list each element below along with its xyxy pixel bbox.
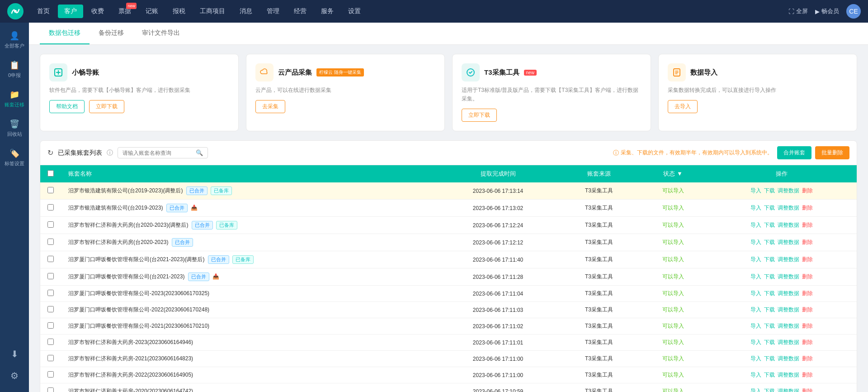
action-调整数据[interactable]: 调整数据 xyxy=(778,355,799,362)
select-all-checkbox[interactable] xyxy=(47,170,54,177)
action-删除[interactable]: 删除 xyxy=(802,222,813,228)
row-checkbox[interactable] xyxy=(47,204,54,210)
action-导入[interactable]: 导入 xyxy=(750,205,761,211)
search-input[interactable] xyxy=(123,150,193,156)
sidebar-item-recycle[interactable]: 🗑️ 回收站 xyxy=(1,115,28,142)
row-checkbox[interactable] xyxy=(47,339,54,345)
t3-download-btn[interactable]: 立即下载 xyxy=(462,109,497,122)
col-status[interactable]: 状态 ▼ xyxy=(639,165,707,182)
action-导入[interactable]: 导入 xyxy=(750,339,761,345)
nav-customer[interactable]: 客户 xyxy=(58,5,83,18)
action-下载[interactable]: 下载 xyxy=(764,388,775,392)
merge-accounts-btn[interactable]: 合并账套 xyxy=(777,146,811,159)
settings-icon[interactable]: ⚙ xyxy=(7,367,22,385)
action-下载[interactable]: 下载 xyxy=(764,339,775,345)
action-删除[interactable]: 删除 xyxy=(802,372,813,378)
action-下载[interactable]: 下载 xyxy=(764,222,775,228)
action-下载[interactable]: 下载 xyxy=(764,290,775,296)
action-删除[interactable]: 删除 xyxy=(802,273,813,280)
action-删除[interactable]: 删除 xyxy=(802,388,813,392)
row-checkbox[interactable] xyxy=(47,322,54,329)
refresh-icon[interactable]: ↻ xyxy=(47,148,53,157)
action-下载[interactable]: 下载 xyxy=(764,323,775,329)
action-下载[interactable]: 下载 xyxy=(764,256,775,263)
action-调整数据[interactable]: 调整数据 xyxy=(778,239,799,245)
action-调整数据[interactable]: 调整数据 xyxy=(778,256,799,263)
tab-backup-migration[interactable]: 备份迁移 xyxy=(90,23,133,44)
nav-business[interactable]: 工商项目 xyxy=(193,5,231,18)
action-导入[interactable]: 导入 xyxy=(750,222,761,228)
action-导入[interactable]: 导入 xyxy=(750,355,761,362)
action-调整数据[interactable]: 调整数据 xyxy=(778,372,799,378)
nav-bookkeeping[interactable]: 记账 xyxy=(139,5,165,18)
sidebar-item-zero-declare[interactable]: 📋 0申报 xyxy=(1,56,28,83)
nav-manage[interactable]: 管理 xyxy=(260,5,286,18)
action-删除[interactable]: 删除 xyxy=(802,239,813,245)
row-checkbox[interactable] xyxy=(47,387,54,392)
sidebar-item-account-migrate[interactable]: 📁 账套迁移 xyxy=(1,85,28,113)
sidebar-item-all-customers[interactable]: 👤 全部客户 xyxy=(1,26,28,54)
nav-invoice[interactable]: 票据 new xyxy=(112,5,137,18)
action-调整数据[interactable]: 调整数据 xyxy=(778,205,799,211)
action-调整数据[interactable]: 调整数据 xyxy=(778,222,799,228)
action-下载[interactable]: 下载 xyxy=(764,187,775,194)
tab-data-migration[interactable]: 数据包迁移 xyxy=(40,23,90,44)
action-调整数据[interactable]: 调整数据 xyxy=(778,273,799,280)
nav-message[interactable]: 消息 xyxy=(233,5,259,18)
nav-settings[interactable]: 设置 xyxy=(342,5,367,18)
tab-audit-export[interactable]: 审计文件导出 xyxy=(133,23,189,44)
action-删除[interactable]: 删除 xyxy=(802,339,813,345)
action-删除[interactable]: 删除 xyxy=(802,355,813,362)
action-下载[interactable]: 下载 xyxy=(764,372,775,378)
fullscreen-button[interactable]: ⛶ 全屏 xyxy=(788,7,808,15)
action-删除[interactable]: 删除 xyxy=(802,306,813,313)
row-checkbox[interactable] xyxy=(47,187,54,193)
sidebar-item-tag-settings[interactable]: 🏷️ 标签设置 xyxy=(1,144,28,172)
cloud-collect-btn[interactable]: 去采集 xyxy=(255,100,285,113)
row-checkbox[interactable] xyxy=(47,355,54,361)
row-checkbox[interactable] xyxy=(47,290,54,296)
action-导入[interactable]: 导入 xyxy=(750,239,761,245)
action-导入[interactable]: 导入 xyxy=(750,388,761,392)
batch-delete-btn[interactable]: 批量删除 xyxy=(815,146,849,159)
action-调整数据[interactable]: 调整数据 xyxy=(778,388,799,392)
row-checkbox[interactable] xyxy=(47,371,54,378)
row-checkbox[interactable] xyxy=(47,221,54,228)
action-导入[interactable]: 导入 xyxy=(750,306,761,313)
action-下载[interactable]: 下载 xyxy=(764,306,775,313)
action-下载[interactable]: 下载 xyxy=(764,273,775,280)
xiao-chang-help-btn[interactable]: 帮助文档 xyxy=(49,100,85,113)
action-删除[interactable]: 删除 xyxy=(802,205,813,211)
nav-home[interactable]: 首页 xyxy=(31,5,56,18)
nav-service[interactable]: 服务 xyxy=(315,5,340,18)
action-导入[interactable]: 导入 xyxy=(750,187,761,194)
action-调整数据[interactable]: 调整数据 xyxy=(778,339,799,345)
row-checkbox[interactable] xyxy=(47,256,54,262)
action-下载[interactable]: 下载 xyxy=(764,205,775,211)
action-调整数据[interactable]: 调整数据 xyxy=(778,323,799,329)
action-导入[interactable]: 导入 xyxy=(750,290,761,296)
action-导入[interactable]: 导入 xyxy=(750,372,761,378)
action-下载[interactable]: 下载 xyxy=(764,239,775,245)
action-下载[interactable]: 下载 xyxy=(764,355,775,362)
action-调整数据[interactable]: 调整数据 xyxy=(778,306,799,313)
import-file-icon[interactable]: 📥 xyxy=(212,273,219,280)
nav-fee[interactable]: 收费 xyxy=(85,5,110,18)
help-icon[interactable]: ⓘ xyxy=(107,149,113,157)
search-submit-icon[interactable]: 🔍 xyxy=(196,149,203,156)
row-checkbox[interactable] xyxy=(47,306,54,312)
action-调整数据[interactable]: 调整数据 xyxy=(778,187,799,194)
download-icon[interactable]: ⬇ xyxy=(7,345,22,363)
action-删除[interactable]: 删除 xyxy=(802,323,813,329)
member-button[interactable]: ▶ 畅会员 xyxy=(815,7,839,15)
nav-tax[interactable]: 报税 xyxy=(166,5,192,18)
row-checkbox[interactable] xyxy=(47,273,54,279)
action-删除[interactable]: 删除 xyxy=(802,256,813,263)
go-import-btn[interactable]: 去导入 xyxy=(668,100,698,113)
import-file-icon[interactable]: 📥 xyxy=(191,205,198,211)
action-导入[interactable]: 导入 xyxy=(750,323,761,329)
app-logo[interactable] xyxy=(7,3,24,19)
nav-operation[interactable]: 经营 xyxy=(288,5,313,18)
xiao-chang-download-btn[interactable]: 立即下载 xyxy=(89,100,124,113)
action-删除[interactable]: 删除 xyxy=(802,290,813,296)
